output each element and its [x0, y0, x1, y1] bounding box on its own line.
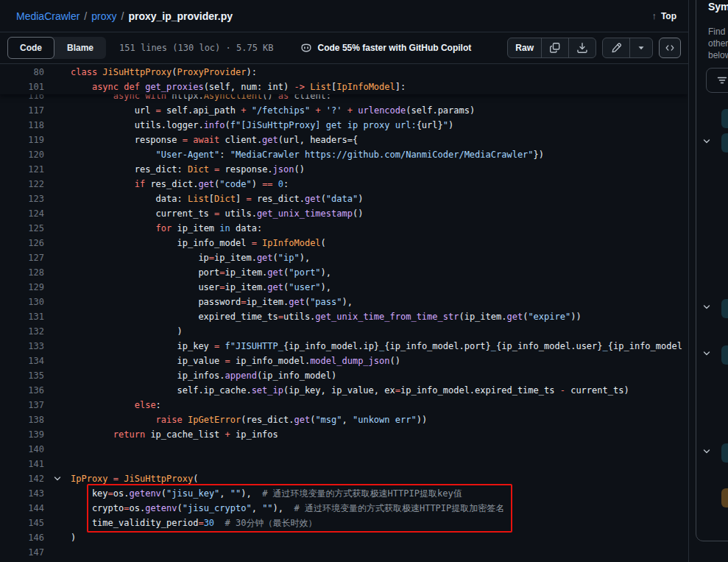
line-number[interactable]: 138: [0, 412, 44, 427]
line-number[interactable]: 140: [0, 442, 44, 457]
symbol-chip[interactable]: [721, 443, 728, 463]
symbol-chip[interactable]: [721, 133, 728, 152]
line-number[interactable]: 117: [0, 103, 44, 118]
download-button[interactable]: [568, 38, 596, 57]
line-number[interactable]: 120: [0, 147, 44, 162]
breadcrumb-link-folder[interactable]: proxy: [91, 10, 116, 22]
line-number[interactable]: 132: [0, 324, 44, 339]
code-line: 128 port=ip_item.get("port"),: [0, 265, 688, 280]
symbols-panel: Symbols Find definitions and references …: [696, 0, 728, 541]
code-line: 116 async with httpx.AsyncClient() as cl…: [0, 94, 688, 103]
back-to-top-label: Top: [661, 11, 676, 21]
line-number[interactable]: 126: [0, 236, 44, 250]
line-number[interactable]: 133: [0, 339, 44, 354]
line-number[interactable]: 134: [0, 354, 44, 368]
fold-slot: [44, 206, 71, 221]
symbol-chip[interactable]: [721, 345, 728, 365]
code-line: 122 if res_dict.get("code") == 0:: [0, 177, 688, 192]
symbol-chevron-icon[interactable]: [702, 303, 714, 315]
tab-blame[interactable]: Blame: [54, 37, 106, 59]
line-number[interactable]: 142: [0, 471, 44, 486]
code-line: 132 ): [0, 324, 688, 339]
fold-slot: [44, 192, 71, 206]
line-number[interactable]: 128: [0, 265, 44, 280]
fold-slot: [44, 412, 71, 427]
symbol-chip[interactable]: [721, 488, 728, 507]
line-number[interactable]: 129: [0, 280, 44, 295]
fold-slot: [44, 295, 71, 309]
file-meta: 151 lines (130 loc) · 5.75 KB: [119, 43, 274, 53]
line-number[interactable]: 118: [0, 118, 44, 133]
code-line: 141: [0, 457, 688, 471]
line-number[interactable]: 135: [0, 368, 44, 383]
line-number[interactable]: 130: [0, 295, 44, 309]
line-number[interactable]: 127: [0, 250, 44, 265]
fold-slot: [44, 398, 71, 412]
line-number[interactable]: 146: [0, 530, 44, 545]
symbol-chevron-icon[interactable]: [702, 349, 714, 361]
code-text: for ip_item in data:: [71, 221, 688, 236]
back-to-top-button[interactable]: ↑ Top: [651, 10, 676, 21]
symbol-chevron-icon[interactable]: [702, 137, 714, 149]
line-number[interactable]: 121: [0, 162, 44, 177]
file-view: MediaCrawler / proxy / proxy_ip_provider…: [0, 0, 689, 562]
line-number[interactable]: 143: [0, 486, 44, 501]
raw-button[interactable]: Raw: [508, 38, 541, 57]
copy-button[interactable]: [541, 38, 568, 57]
line-number[interactable]: 116: [0, 94, 44, 103]
symbol-chip[interactable]: [721, 109, 728, 128]
fold-slot: [44, 442, 71, 457]
edit-dropdown-button[interactable]: [629, 38, 652, 57]
fold-chevron-icon[interactable]: [44, 471, 71, 486]
symbols-toggle-button[interactable]: [659, 38, 681, 58]
symbol-chevron-icon[interactable]: [702, 447, 714, 459]
copilot-note-text: Code 55% faster with GitHub Copilot: [318, 43, 472, 53]
line-number[interactable]: 125: [0, 221, 44, 236]
copilot-icon: [300, 42, 312, 54]
line-number[interactable]: 141: [0, 457, 44, 471]
code-line: 126 ip_info_model = IpInfoModel(: [0, 236, 688, 250]
symbol-chip[interactable]: [721, 299, 728, 318]
line-number[interactable]: 147: [0, 545, 44, 560]
code-line: 125 for ip_item in data:: [0, 221, 688, 236]
line-number[interactable]: 80: [0, 65, 44, 80]
line-number[interactable]: 119: [0, 133, 44, 147]
line-number[interactable]: 139: [0, 427, 44, 442]
code-text: current_ts = utils.get_unix_timestamp(): [71, 206, 688, 221]
line-number[interactable]: 124: [0, 206, 44, 221]
line-number[interactable]: 144: [0, 501, 44, 516]
line-number[interactable]: 123: [0, 192, 44, 206]
code-brackets-icon: [665, 43, 675, 53]
line-number[interactable]: 136: [0, 383, 44, 398]
line-number[interactable]: 101: [0, 80, 44, 94]
code-text: if res_dict.get("code") == 0:: [71, 177, 688, 192]
line-number[interactable]: 145: [0, 516, 44, 530]
code-text: [71, 457, 688, 471]
code-text: "User-Agent": "MediaCrawler https://gith…: [71, 147, 688, 162]
fold-slot: [44, 162, 71, 177]
symbols-panel-description: Find definitions and references for func…: [708, 26, 728, 61]
line-number[interactable]: 137: [0, 398, 44, 412]
fold-slot: [44, 516, 71, 530]
code-text: expired_time_ts=utils.get_unix_time_from…: [71, 309, 688, 324]
code-text: data: List[Dict] = res_dict.get("data"): [71, 192, 688, 206]
tab-code[interactable]: Code: [7, 37, 54, 59]
fold-slot: [44, 368, 71, 383]
code-text: IpProxy = JiSuHttpProxy(: [71, 471, 688, 486]
raw-button-group: Raw: [507, 38, 596, 58]
edit-button[interactable]: [603, 38, 629, 57]
edit-button-group: [602, 38, 653, 58]
code-text: raise IpGetError(res_dict.get("msg", "un…: [71, 412, 688, 427]
code-line: 129 user=ip_item.get("user"),: [0, 280, 688, 295]
symbols-filter-button[interactable]: [706, 68, 728, 93]
copilot-note: Code 55% faster with GitHub Copilot: [300, 42, 472, 54]
breadcrumb-link-repo[interactable]: MediaCrawler: [16, 10, 79, 22]
code-blame-switch: Code Blame: [7, 37, 106, 59]
code-line: 119 response = await client.get(url, hea…: [0, 133, 688, 147]
code-text: res_dict: Dict = response.json(): [71, 162, 688, 177]
file-toolbar: Code Blame 151 lines (130 loc) · 5.75 KB…: [0, 32, 688, 64]
filter-icon: [716, 74, 728, 86]
line-number[interactable]: 131: [0, 309, 44, 324]
line-number[interactable]: 122: [0, 177, 44, 192]
code-line: 118 utils.logger.info(f"[JiSuHttpProxy] …: [0, 118, 688, 133]
